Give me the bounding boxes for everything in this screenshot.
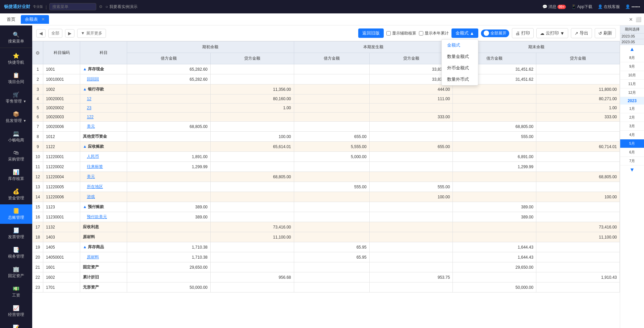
cell-name[interactable]: 所在地区 [80, 182, 127, 192]
period-item-6[interactable]: 6月 [620, 148, 644, 157]
cell-name[interactable]: ▲ 库存现金 [80, 64, 127, 74]
cell-name[interactable]: 固定资产 [80, 262, 127, 272]
name-link[interactable]: 23 [87, 106, 91, 110]
period-item-9[interactable]: 9月 [620, 62, 644, 71]
tab-balance[interactable]: 余额表 ✕ [21, 15, 49, 24]
tab-close-btn[interactable]: ✕ [41, 17, 45, 22]
refresh-btn[interactable]: ↺ 刷新 [595, 28, 616, 38]
cell-no: 22 [33, 272, 43, 282]
cell-name[interactable]: 原材料 [80, 232, 127, 242]
dropdown-amount[interactable]: 金额式 [442, 40, 478, 51]
show-year-check[interactable]: 显示本年累计 [419, 30, 449, 36]
cell-name[interactable]: 12 [80, 94, 127, 104]
period-item-3[interactable]: 3月 [620, 122, 644, 131]
cell-name[interactable]: ▲ 预付账款 [80, 202, 127, 212]
user-avatar[interactable]: 👤 ▪▪▪▪▪▪ [625, 4, 640, 9]
th-settings[interactable]: ⚙ [33, 42, 43, 64]
cell-name[interactable]: 其他货币资金 [80, 132, 127, 142]
period-item-2[interactable]: 2月 [620, 113, 644, 122]
sidebar-quick-nav[interactable]: ⭐ 快捷导航 [0, 49, 32, 69]
cell-name[interactable]: 往来标签 [80, 162, 127, 172]
nav-forward-btn[interactable]: ▶ [65, 29, 74, 38]
table-row: 14 11220006 游戏 100.00 100.00 [33, 192, 620, 202]
sidebar-item-operations[interactable]: 📈 经营管理 [0, 302, 32, 321]
tab-maximize[interactable]: ⬜ [636, 17, 641, 22]
dropdown-qty-foreign[interactable]: 数量外币式 [442, 74, 478, 85]
sidebar-item-ecommerce[interactable]: 💻 小畅电商 [0, 127, 32, 146]
name-link[interactable]: 122 [87, 115, 94, 119]
cell-name[interactable]: 应收利息 [80, 222, 127, 232]
period-item-4[interactable]: 4月 [620, 131, 644, 139]
dropdown-foreign-amount[interactable]: 外币金额式 [442, 62, 478, 74]
cell-name[interactable]: ▲ 库存商品 [80, 242, 127, 252]
period-item-7[interactable]: 7月 [620, 157, 644, 166]
period-item-10[interactable]: 10月 [620, 71, 644, 80]
name-link[interactable]: 回回回 [87, 77, 99, 81]
period-item-5[interactable]: 5月 [620, 139, 644, 148]
app-download-btn[interactable]: 📱 App下载 [571, 4, 592, 10]
sidebar-item-inventory[interactable]: 📊 库存核算 [0, 166, 32, 185]
name-link[interactable]: 12 [87, 96, 91, 101]
sidebar-item-finance[interactable]: 💰 资金管理 [0, 185, 32, 204]
name-link[interactable]: 往来标签 [87, 164, 103, 169]
name-link[interactable]: 游戏 [87, 194, 95, 199]
sidebar-item-purchase[interactable]: 🛍 采购管理 [0, 146, 32, 166]
cell-name[interactable]: 原材料 [80, 252, 127, 262]
sidebar-item-sales[interactable]: 📝 小畅报销 [0, 321, 32, 328]
demo-link[interactable]: ○ 我要看实例演示 [105, 4, 137, 10]
cell-current-credit [369, 152, 453, 162]
cell-current-debit [294, 272, 369, 282]
name-link[interactable]: 人民币 [87, 154, 99, 159]
period-nav-up-btn[interactable]: ▲ [630, 46, 635, 52]
search-menu-input[interactable] [49, 3, 96, 10]
cell-name[interactable]: 预付款美元 [80, 212, 127, 222]
cell-closing-debit [453, 222, 536, 232]
sidebar-item-invoice[interactable]: 🧾 发票管理 [0, 224, 32, 243]
message-btn[interactable]: 💬 消息 99+ [542, 4, 566, 10]
sidebar-item-assets[interactable]: 🏢 固定资产 [0, 263, 32, 282]
sidebar-item-ledger[interactable]: 📒 总账管理 [0, 204, 32, 224]
cell-name[interactable]: ▲ 银行存款 [80, 84, 127, 94]
cell-name[interactable]: 游戏 [80, 192, 127, 202]
dropdown-qty-amount[interactable]: 数量金额式 [442, 51, 478, 62]
cell-name[interactable]: 23 [80, 104, 127, 113]
expand-more-btn[interactable]: ▼ 展开更多 [77, 29, 106, 38]
show-assist-check[interactable]: 显示辅助核算 [386, 30, 416, 36]
export-btn[interactable]: ↗ 导出 [571, 28, 592, 38]
period-item-11[interactable]: 11月 [620, 80, 644, 88]
return-old-btn[interactable]: 返回旧版 [358, 28, 384, 38]
period-item-8[interactable]: 8月 [620, 54, 644, 62]
cloud-print-btn[interactable]: ☁ 云打印 ▼ [536, 28, 568, 38]
cell-name[interactable]: 122 [80, 113, 127, 122]
period-item-1[interactable]: 1月 [620, 105, 644, 113]
cell-name[interactable]: ▲ 应收账款 [80, 142, 127, 152]
cell-name[interactable]: 累计折旧 [80, 272, 127, 282]
period-item-12[interactable]: 12月 [620, 88, 644, 97]
name-link[interactable]: 原材料 [87, 255, 99, 259]
sidebar-item-tax[interactable]: 📑 税务管理 [0, 243, 32, 263]
name-link[interactable]: 美元 [87, 174, 95, 179]
cell-name[interactable]: 美元 [80, 172, 127, 182]
tab-home[interactable]: 首页 [3, 15, 19, 24]
online-service-btn[interactable]: 👤 在线客服 [598, 4, 620, 10]
sidebar-search[interactable]: 🔍 搜索菜单 [0, 28, 32, 48]
name-link[interactable]: 所在地区 [87, 184, 103, 189]
print-btn[interactable]: 🖨 打印 [512, 28, 534, 38]
mode-btn[interactable]: 金额式 ▲ [451, 28, 478, 38]
settings-icon[interactable]: ⚙ [36, 50, 40, 56]
expand-all-toggle[interactable]: 全部展开 [481, 29, 509, 37]
cell-name[interactable]: 美元 [80, 122, 127, 132]
sidebar-item-retail[interactable]: 🛒 零售管理 ▼ [0, 88, 32, 108]
cell-name[interactable]: 人民币 [80, 152, 127, 162]
name-link[interactable]: 预付款美元 [87, 214, 107, 219]
cell-name[interactable]: 回回回 [80, 74, 127, 84]
period-nav-down-btn[interactable]: ▼ [630, 167, 635, 173]
name-link[interactable]: 美元 [87, 124, 95, 129]
nav-back-btn[interactable]: ◀ [36, 29, 46, 38]
cell-name[interactable]: 无形资产 [80, 282, 127, 292]
sidebar-item-wholesale[interactable]: 📦 批发管理 ▼ [0, 108, 32, 127]
tab-close-window[interactable]: ✕ [629, 17, 633, 22]
sidebar-item-project[interactable]: 📋 项目合同 [0, 69, 32, 88]
all-filter[interactable]: 全部 [48, 29, 62, 38]
sidebar-item-salary[interactable]: 💵 工资 [0, 282, 32, 302]
